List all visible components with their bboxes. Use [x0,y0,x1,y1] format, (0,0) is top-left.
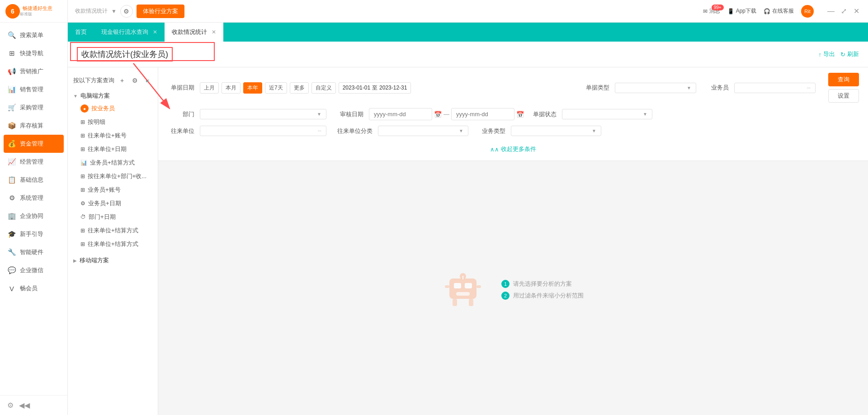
hardware-icon: 🔧 [7,248,16,257]
mobile-scheme-group: ▶ 移动端方案 [68,253,158,268]
sidebar-item-member[interactable]: V畅会员 [0,279,67,297]
settings-btn[interactable]: 设置 [828,89,859,103]
date-btn-last-month[interactable]: 上月 [200,82,219,94]
date-btn-more[interactable]: 更多 [290,82,309,94]
sidebar-item-purchase[interactable]: 🛒采购管理 [0,99,67,117]
sidebar-item-basic[interactable]: 📋基础信息 [0,171,67,189]
scheme-item-partner-payment2[interactable]: ⊞ 往来单位+结算方式 [68,237,158,251]
refresh-label: 刷新 [847,50,859,58]
scheme-item-salesperson-account[interactable]: ⊞ 业务员+账号 [68,183,158,197]
sidebar-item-marketing[interactable]: 📢营销推广 [0,62,67,80]
page-title: 收款情况统计(按业务员) [77,47,173,61]
query-btns: 查询 设置 [828,73,859,103]
scheme-item-partner-dept[interactable]: ⊞ 按往来单位+部门+收... [68,170,158,183]
sidebar-item-hardware[interactable]: 🔧智能硬件 [0,243,67,261]
panel-header-label: 按以下方案查询 [73,76,114,85]
doc-status-select[interactable]: ▼ [562,109,652,119]
tip2-num: 2 [501,292,509,300]
collapse-panel-btn[interactable]: « [142,75,152,85]
header-actions: ↑ 导出 ↻ 刷新 [819,50,859,58]
date-btn-custom[interactable]: 自定义 [311,82,336,94]
sidebar-item-guide[interactable]: 🎓新手引导 [0,225,67,243]
partner-category-select[interactable]: ▼ [378,126,468,136]
salesperson-payment-icon: 📊 [80,160,87,166]
salesperson-account-icon: ⊞ [80,187,85,193]
guide-icon: 🎓 [7,230,16,239]
tab-bank-flow-close[interactable]: ✕ [153,29,157,35]
calendar-from-icon[interactable]: 📅 [434,111,442,118]
member-icon: V [7,284,16,293]
review-date-to[interactable] [451,108,514,120]
tab-receipt-stats[interactable]: 收款情况统计 ✕ [165,23,223,42]
close-btn[interactable]: ✕ [852,7,861,16]
sidebar-item-label: 采购管理 [20,104,43,112]
dept-select[interactable]: ▼ [200,109,326,119]
mobile-scheme-header[interactable]: ▶ 移动端方案 [68,255,158,266]
sidebar-item-operation[interactable]: 📈经营管理 [0,153,67,171]
scheme-item-partner-date[interactable]: ⊞ 往来单位+日期 [68,142,158,156]
desktop-scheme-header[interactable]: ▼ 电脑端方案 [68,90,158,102]
calendar-to-icon[interactable]: 📅 [516,111,524,118]
active-dot: ● [80,104,89,113]
sidebar-item-inventory[interactable]: 📦库存核算 [0,117,67,135]
review-date-from[interactable] [369,108,432,120]
sidebar-collapse-icon[interactable]: ◀◀ [19,401,30,410]
refresh-btn[interactable]: ↻ 刷新 [840,50,859,58]
scheme-item-partner-account[interactable]: ⊞ 往来单位+账号 [68,129,158,142]
partner-select[interactable]: ··· [200,126,326,136]
empty-tips: 1 请先选择要分析的方案 2 用过滤条件来缩小分析范围 [501,280,584,300]
scheme-settings-btn[interactable]: ⚙ [130,75,140,85]
svg-rect-1 [454,283,461,288]
date-btn-this-month[interactable]: 本月 [222,82,241,94]
breadcrumb-arrow: ▼ [111,8,117,14]
basic-icon: 📋 [7,175,16,184]
scheme-item-salesperson-payment[interactable]: 📊 业务员+结算方式 [68,156,158,170]
topbar-left: 收款情况统计 ▼ ⚙ 体验行业方案 [75,5,698,18]
trial-btn[interactable]: 体验行业方案 [137,5,184,18]
online-service-btn[interactable]: 🎧 在线客服 [764,7,794,15]
tab-receipt-stats-close[interactable]: ✕ [212,29,216,35]
date-range[interactable]: 2023-01-01 至 2023-12-31 [339,82,411,94]
topbar-settings-btn[interactable]: ⚙ [120,5,133,18]
date-btn-this-year[interactable]: 本年 [243,82,262,94]
sidebar-item-finance[interactable]: 💰资金管理 [4,135,64,153]
doc-type-select[interactable]: ▼ [615,83,696,93]
sidebar-item-search[interactable]: 🔍搜索菜单 [0,26,67,44]
date-btn-7days[interactable]: 近7天 [265,82,287,94]
app-name: 畅捷通好生意 [23,5,52,11]
app-download-btn[interactable]: 📱 App下载 [727,7,756,15]
sidebar-item-enterprise[interactable]: 🏢企业协同 [0,207,67,225]
maximize-btn[interactable]: ⤢ [839,7,848,16]
salesperson-select[interactable]: ··· [734,83,816,93]
panel-header-actions: + ⚙ « [117,75,152,85]
doc-type-arrow: ▼ [687,85,691,90]
user-avatar[interactable]: Rit [801,5,814,18]
sidebar-item-system[interactable]: ⚙系统管理 [0,189,67,207]
collapse-btn[interactable]: ∧∧ 收起更多条件 [167,141,859,155]
scheme-item-salesperson-date[interactable]: ⚙ 业务员+日期 [68,197,158,210]
collapse-label: 收起更多条件 [501,145,536,153]
messages-btn[interactable]: ✉ 消息 99+ [703,7,720,15]
sidebar-settings-icon[interactable]: ⚙ [7,401,14,410]
query-btn[interactable]: 查询 [828,73,859,86]
business-type-select[interactable]: ▼ [511,126,601,136]
sidebar-item-quick-nav[interactable]: ⊞快捷导航 [0,44,67,62]
scheme-item-by-salesperson[interactable]: ● 按业务员 [68,102,158,115]
minimize-btn[interactable]: — [826,7,835,16]
tab-bank-flow[interactable]: 现金银行流水查询 ✕ [94,23,165,42]
collapse-icon: ∧∧ [490,146,499,153]
export-btn[interactable]: ↑ 导出 [819,50,835,58]
sales-icon: 📊 [7,85,16,94]
enterprise-icon: 🏢 [7,212,16,221]
date-range-sep: 至 [372,84,377,92]
scheme-item-dept-date[interactable]: ⏱ 部门+日期 [68,210,158,224]
sidebar-item-sales[interactable]: 📊销售管理 [0,80,67,99]
add-scheme-btn[interactable]: + [117,75,127,85]
message-icon: ✉ [703,8,708,14]
scheme-item-by-detail[interactable]: ⊞ 按明细 [68,115,158,129]
sidebar-item-wechat[interactable]: 💬企业微信 [0,261,67,279]
tab-home[interactable]: 首页 [68,23,94,42]
app-download-label: App下载 [736,7,756,15]
scheme-item-partner-payment1[interactable]: ⊞ 往来单位+结算方式 [68,224,158,237]
tabbar: 首页 现金银行流水查询 ✕ 收款情况统计 ✕ [68,23,868,42]
